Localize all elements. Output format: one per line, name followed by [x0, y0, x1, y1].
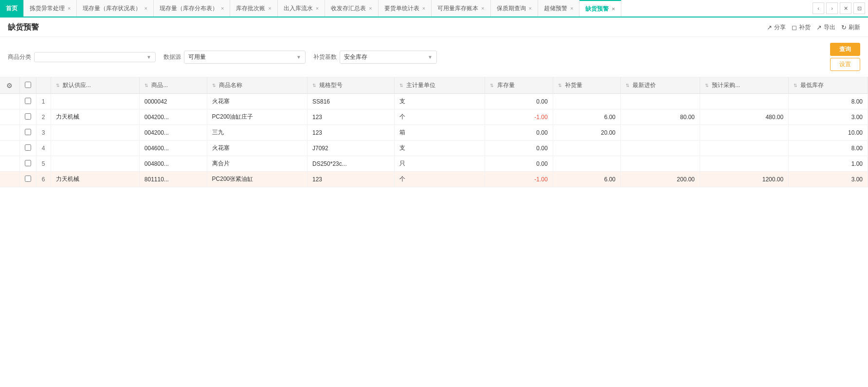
settings-button[interactable]: 设置 [830, 58, 860, 71]
filter-datasource: 数据源 可用量 ▼ [163, 51, 306, 64]
th-checkbox[interactable] [19, 77, 36, 94]
row-checkbox-2[interactable] [19, 125, 36, 141]
row-checkbox-1[interactable] [19, 109, 36, 125]
tab-overstock-close[interactable]: × [570, 5, 573, 11]
query-button[interactable]: 查询 [830, 43, 860, 56]
row-code-1: 004200... [139, 109, 207, 125]
tab-abnormal[interactable]: 拣货异常处理 × [24, 0, 77, 17]
tab-stock-status[interactable]: 现存量（库存状况表） × [77, 0, 153, 17]
table-row: 2 力天机械 004200... PC200油缸庄子 123 个 -1.00 6… [0, 109, 868, 125]
th-product-code[interactable]: ⇅ 商品... [139, 77, 207, 94]
row-select-2[interactable] [25, 129, 31, 135]
row-code-2: 004200... [139, 125, 207, 141]
row-code-0: 0000042 [139, 94, 207, 109]
replenish-button[interactable]: ◻ 补货 [792, 23, 811, 32]
row-price-4 [621, 156, 700, 172]
row-stock-2: 0.00 [485, 125, 553, 141]
th-unit[interactable]: ⇅ 主计量单位 [395, 77, 485, 94]
row-num-4: 5 [36, 156, 51, 172]
row-spec-2: 123 [307, 125, 395, 141]
row-replenish-0 [553, 94, 620, 109]
table-row: 6 力天机械 801110... PC200张紧油缸 123 个 -1.00 6… [0, 172, 868, 187]
tab-order-stat[interactable]: 要货单统计表 × [379, 0, 432, 17]
th-default-supplier[interactable]: ⇅ 默认供应... [51, 77, 139, 94]
row-replenish-1: 6.00 [553, 109, 620, 125]
row-settings-5 [0, 172, 19, 187]
tab-stock-dist[interactable]: 现存量（库存分布表） × [154, 0, 230, 17]
tab-avail-ledger-close[interactable]: × [481, 5, 484, 11]
header-actions: ↗ 分享 ◻ 补货 ↗ 导出 ↻ 刷新 [767, 23, 860, 32]
row-select-0[interactable] [25, 98, 31, 104]
row-spec-3: J7092 [307, 141, 395, 156]
row-supplier-1: 力天机械 [51, 109, 139, 125]
tab-order-stat-close[interactable]: × [422, 5, 425, 11]
row-checkbox-3[interactable] [19, 141, 36, 156]
tab-collect-close[interactable]: × [369, 5, 372, 11]
datasource-select[interactable]: 可用量 ▼ [184, 51, 306, 64]
row-price-3 [621, 141, 700, 156]
row-stock-0: 0.00 [485, 94, 553, 109]
share-button[interactable]: ↗ 分享 [767, 23, 786, 32]
row-checkbox-4[interactable] [19, 156, 36, 172]
select-all-checkbox[interactable] [25, 82, 31, 88]
row-code-3: 004600... [139, 141, 207, 156]
tab-overstock[interactable]: 超储预警 × [538, 0, 579, 17]
datasource-label: 数据源 [163, 53, 181, 61]
tab-close-all[interactable]: ✕ [840, 2, 851, 14]
row-select-4[interactable] [25, 160, 31, 166]
row-name-4: 离合片 [207, 156, 307, 172]
page-header: 缺货预警 ↗ 分享 ◻ 补货 ↗ 导出 ↻ 刷新 [0, 18, 868, 37]
tab-scroll-left[interactable]: ‹ [813, 2, 824, 14]
th-stock[interactable]: ⇅ 库存量 [485, 77, 553, 94]
category-label: 商品分类 [8, 53, 31, 61]
th-min-stock[interactable]: ⇅ 最低库存 [789, 77, 868, 94]
tab-home[interactable]: 首页 [0, 0, 24, 17]
row-select-5[interactable] [25, 176, 31, 182]
table-row: 5 004800... 离合片 DS250*23c... 只 0.00 1.00 [0, 156, 868, 172]
tab-shortage[interactable]: 缺货预警 × [579, 0, 621, 17]
tab-shortage-close[interactable]: × [612, 6, 615, 12]
row-est-purchase-4 [700, 156, 788, 172]
tab-expiry-close[interactable]: × [529, 5, 532, 11]
row-stock-4: 0.00 [485, 156, 553, 172]
export-button[interactable]: ↗ 导出 [816, 23, 835, 32]
row-settings-0 [0, 94, 19, 109]
sort-icon-supplier: ⇅ [56, 83, 60, 88]
row-checkbox-0[interactable] [19, 94, 36, 109]
th-product-name[interactable]: ⇅ 商品名称 [207, 77, 307, 94]
row-checkbox-5[interactable] [19, 172, 36, 187]
tab-fullscreen[interactable]: ⊡ [853, 2, 865, 14]
th-latest-price[interactable]: ⇅ 最新进价 [621, 77, 700, 94]
row-supplier-4 [51, 156, 139, 172]
tab-collect[interactable]: 收发存汇总表 × [325, 0, 378, 17]
th-settings[interactable]: ⚙ [0, 77, 19, 94]
filter-actions: 查询 设置 [830, 43, 860, 71]
refresh-button[interactable]: ↻ 刷新 [841, 23, 860, 32]
row-supplier-0 [51, 94, 139, 109]
tab-batch-close[interactable]: × [268, 5, 271, 11]
row-replenish-2: 20.00 [553, 125, 620, 141]
settings-gear-icon[interactable]: ⚙ [6, 82, 13, 89]
tab-stock-status-close[interactable]: × [144, 5, 147, 11]
sort-icon-name: ⇅ [212, 83, 216, 88]
tab-scroll-right[interactable]: › [826, 2, 838, 14]
sort-icon-min-stock: ⇅ [794, 83, 797, 88]
row-select-3[interactable] [25, 144, 31, 151]
tab-batch[interactable]: 库存批次账 × [230, 0, 277, 17]
row-select-1[interactable] [25, 113, 31, 120]
tab-inout[interactable]: 出入库流水 × [278, 0, 325, 17]
row-price-0 [621, 94, 700, 109]
tab-inout-close[interactable]: × [316, 5, 319, 11]
tab-stock-dist-close[interactable]: × [221, 5, 224, 11]
tab-abnormal-close[interactable]: × [68, 5, 71, 11]
row-min-stock-3: 8.00 [789, 141, 868, 156]
category-select[interactable]: ▼ [34, 52, 156, 62]
replenish-base-select[interactable]: 安全库存 ▼ [340, 51, 437, 64]
tab-expiry[interactable]: 保质期查询 × [491, 0, 538, 17]
th-replenish-qty[interactable]: ⇅ 补货量 [553, 77, 620, 94]
export-icon: ↗ [816, 24, 822, 31]
row-min-stock-1: 3.00 [789, 109, 868, 125]
tab-avail-ledger[interactable]: 可用量库存账本 × [432, 0, 490, 17]
th-est-purchase[interactable]: ⇅ 预计采购... [700, 77, 788, 94]
th-spec[interactable]: ⇅ 规格型号 [307, 77, 395, 94]
